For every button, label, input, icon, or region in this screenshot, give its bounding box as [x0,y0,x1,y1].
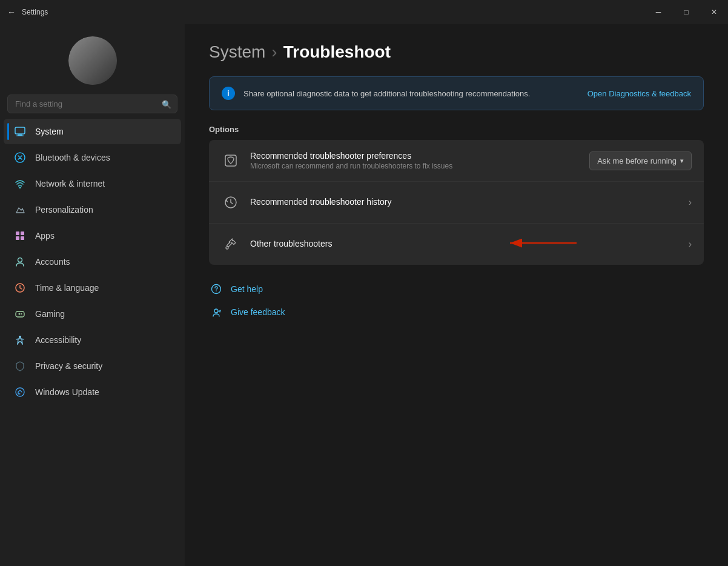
svg-rect-5 [16,231,19,235]
chevron-down-icon: ▾ [680,157,684,165]
sidebar-item-personalization[interactable]: Personalization [4,197,181,222]
get-help-link[interactable]: Get help [209,282,704,296]
recommended-prefs-text: Recommended troubleshooter preferences M… [250,151,580,170]
sidebar-item-label: Personalization [35,205,93,215]
bottom-links: Get help Give feedback [209,282,704,319]
sidebar-nav: System Bluetooth & devices [0,118,185,405]
minimize-button[interactable]: ─ [644,0,672,24]
sidebar-item-accounts[interactable]: Accounts [4,249,181,275]
time-icon [13,281,27,295]
breadcrumb-sep: › [271,42,277,62]
privacy-icon [13,359,27,373]
update-icon [13,385,27,399]
sidebar-item-accessibility[interactable]: Accessibility [4,327,181,353]
other-troubleshooters-icon [221,235,240,254]
info-icon: i [222,87,235,100]
bluetooth-icon [13,151,27,164]
options-card: Recommended troubleshooter preferences M… [209,140,704,265]
search-input[interactable] [7,95,177,113]
chevron-right-icon: › [689,239,692,250]
give-feedback-label: Give feedback [231,307,285,317]
app-body: 🔍 System [0,24,728,566]
info-banner: i Share optional diagnostic data to get … [209,76,704,110]
svg-point-9 [18,258,22,262]
sidebar-item-label: Windows Update [35,387,99,397]
titlebar-controls: ─ □ ✕ [644,0,728,24]
sidebar-item-label: Privacy & security [35,361,102,371]
accessibility-icon [13,333,27,347]
option-row-recommended-history[interactable]: Recommended troubleshooter history › [209,182,704,224]
system-icon [13,125,27,138]
get-help-icon [209,282,223,296]
sidebar-item-label: Bluetooth & devices [35,153,110,162]
info-banner-text: Share optional diagnostic data to get ad… [243,89,530,98]
other-troubleshooters-right: › [689,239,692,250]
svg-rect-2 [16,136,24,136]
maximize-button[interactable]: □ [672,0,700,24]
svg-point-4 [19,187,21,188]
recommended-prefs-right: Ask me before running ▾ [589,151,692,170]
personalization-icon [13,203,27,216]
open-diagnostics-link[interactable]: Open Diagnostics & feedback [587,89,691,98]
svg-rect-6 [21,231,24,235]
close-button[interactable]: ✕ [700,0,728,24]
network-icon [13,177,27,190]
svg-point-13 [19,336,21,338]
svg-point-17 [226,247,228,249]
recommended-history-title: Recommended troubleshooter history [250,197,679,207]
chevron-right-icon: › [689,197,692,208]
give-feedback-icon [209,305,223,319]
apps-icon [13,229,27,242]
breadcrumb-current: Troubleshoot [283,42,391,62]
sidebar: 🔍 System [0,24,185,566]
svg-rect-8 [21,236,24,240]
option-row-other-troubleshooters[interactable]: Other troubleshooters › [209,224,704,265]
get-help-label: Get help [231,284,263,294]
other-troubleshooters-title: Other troubleshooters [250,239,679,248]
troubleshooter-dropdown[interactable]: Ask me before running ▾ [589,151,692,170]
titlebar: ← Settings ─ □ ✕ [0,0,728,24]
sidebar-item-time[interactable]: Time & language [4,275,181,301]
titlebar-title: Settings [22,8,48,16]
other-troubleshooters-text: Other troubleshooters [250,239,679,250]
recommended-history-icon [221,193,240,212]
gaming-icon [13,307,27,321]
sidebar-item-label: System [35,127,64,136]
sidebar-item-gaming[interactable]: Gaming [4,301,181,327]
sidebar-item-apps[interactable]: Apps [4,223,181,248]
breadcrumb-parent[interactable]: System [209,42,265,62]
svg-point-20 [216,290,217,291]
sidebar-item-system[interactable]: System [4,119,181,144]
recommended-prefs-icon [221,151,240,170]
recommended-prefs-title: Recommended troubleshooter preferences [250,151,580,161]
sidebar-item-label: Network & internet [35,179,105,188]
back-icon[interactable]: ← [7,7,16,17]
search-box: 🔍 [7,95,177,113]
accounts-icon [13,255,27,268]
sidebar-item-privacy[interactable]: Privacy & security [4,353,181,379]
main-content: System › Troubleshoot i Share optional d… [185,24,728,566]
sidebar-item-label: Apps [35,231,55,241]
sidebar-item-label: Time & language [35,283,99,293]
recommended-history-right: › [689,197,692,208]
page-title-row: System › Troubleshoot [209,42,704,62]
sidebar-item-update[interactable]: Windows Update [4,379,181,405]
section-label: Options [209,125,704,134]
dropdown-value: Ask me before running [597,156,677,165]
recommended-history-text: Recommended troubleshooter history [250,197,679,208]
sidebar-item-label: Gaming [35,309,65,319]
svg-point-21 [214,309,218,313]
svg-rect-7 [16,236,19,240]
sidebar-item-network[interactable]: Network & internet [4,171,181,196]
sidebar-item-label: Accounts [35,257,70,267]
svg-point-12 [21,313,22,315]
option-row-recommended-prefs[interactable]: Recommended troubleshooter preferences M… [209,140,704,182]
info-banner-left: i Share optional diagnostic data to get … [222,87,530,100]
give-feedback-link[interactable]: Give feedback [209,305,704,319]
search-icon: 🔍 [162,99,171,108]
svg-rect-0 [15,127,25,134]
titlebar-left: ← Settings [7,7,48,17]
sidebar-item-label: Accessibility [35,335,81,345]
sidebar-item-bluetooth[interactable]: Bluetooth & devices [4,145,181,170]
svg-point-14 [16,388,24,396]
